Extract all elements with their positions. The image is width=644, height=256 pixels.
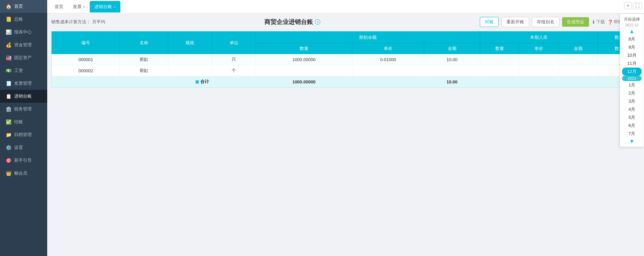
col-name: 名称 xyxy=(120,32,168,54)
total-open-price xyxy=(352,76,424,87)
total-open-amt: 10.00 xyxy=(424,76,480,87)
sidebar-item-member[interactable]: 👑 畅会员 xyxy=(0,167,47,180)
month-item-1[interactable]: 1月 xyxy=(620,81,644,89)
total-in-price xyxy=(519,76,559,87)
sidebar-item-purchase-sale[interactable]: 📋 进销台账 xyxy=(0,90,47,103)
salary-icon: 💵 xyxy=(5,68,11,73)
col-open-amt: 金额 xyxy=(424,44,480,54)
month-item-4[interactable]: 4月 xyxy=(620,105,644,113)
reopen-button[interactable]: 重新开账 xyxy=(501,17,529,27)
generate-voucher-button[interactable]: 生成凭证 xyxy=(562,17,589,27)
invoice-mgmt-icon: 🧾 xyxy=(5,81,11,86)
member-icon: 👑 xyxy=(5,171,11,176)
cell-in-qty xyxy=(480,54,519,65)
archive-icon: 📁 xyxy=(5,132,11,137)
duizhang-button[interactable]: 对账 xyxy=(480,17,499,27)
page-topbar: 销售成本计算方法： 月平均 商贸企业进销台账 i 对账 重新开账 存报别名 生成… xyxy=(51,17,640,27)
sidebar-item-settings[interactable]: ⚙️ 设置 xyxy=(0,141,47,154)
cell-unit: 只 xyxy=(212,54,256,65)
cell-open-qty xyxy=(256,65,352,76)
month-item-12[interactable]: 12月 xyxy=(622,68,642,76)
cell-open-price xyxy=(352,65,424,76)
month-item-2[interactable]: 2月 xyxy=(620,89,644,97)
cell-open-qty: 1000.00000 xyxy=(256,54,352,65)
tab-purchase-sale[interactable]: 进销台账 × xyxy=(90,1,120,12)
cell-unit: 个 xyxy=(212,65,256,76)
sidebar: 🏠 首页 📒 总账 📊 报表中心 💰 资金管理 🏭 固定资产 💵 工资 🧾 发票… xyxy=(0,0,47,256)
cell-in-price xyxy=(519,54,559,65)
main-area: × ⛶ 首页 发票 × 进销台账 × 销售成本计算方法： 月平均 商贸企业进销台… xyxy=(47,0,644,256)
sidebar-item-invoice-mgmt[interactable]: 🧾 发票管理 xyxy=(0,77,47,90)
purchase-sale-icon: 📋 xyxy=(5,94,11,99)
cell-open-amt: 10.00 xyxy=(424,54,480,65)
sidebar-item-closing[interactable]: ✅ 结账 xyxy=(0,116,47,128)
cost-method: 销售成本计算方法： 月平均 xyxy=(51,19,105,25)
help-icon: ❓ xyxy=(608,20,613,25)
total-icon: ▣ xyxy=(195,79,199,84)
month-panel: 月份选择 2022.12 ▲ 8月 9月 10月 11月 12月 2023 1月… xyxy=(620,14,644,147)
reports-icon: 📊 xyxy=(5,29,11,35)
table-row: 000002 前缸 个 xyxy=(52,65,640,76)
page-content: 销售成本计算方法： 月平均 商贸企业进销台账 i 对账 重新开账 存报别名 生成… xyxy=(47,14,644,256)
cell-in-price xyxy=(519,65,559,76)
col-in-amt: 金额 xyxy=(559,44,598,54)
month-item-6[interactable]: 6月 xyxy=(620,122,644,130)
month-item-5[interactable]: 5月 xyxy=(620,113,644,122)
cell-in-qty xyxy=(480,65,519,76)
total-unit-cell xyxy=(212,76,256,87)
assets-icon: 🏭 xyxy=(5,55,11,60)
month-panel-year-2022: 2022.12 xyxy=(625,23,639,28)
month-nav-up[interactable]: ▲ xyxy=(628,28,635,35)
guide-icon: 🎯 xyxy=(5,158,11,163)
total-open-qty: 1000.00000 xyxy=(256,76,352,87)
total-label-cell: ▣ 合计 xyxy=(52,76,212,87)
month-item-10[interactable]: 10月 xyxy=(620,51,644,59)
sidebar-item-funds[interactable]: 💰 资金管理 xyxy=(0,39,47,51)
month-item-8[interactable]: 8月 xyxy=(620,35,644,43)
closing-icon: ✅ xyxy=(5,119,11,125)
col-open-price: 单价 xyxy=(352,44,424,54)
month-item-9[interactable]: 9月 xyxy=(620,43,644,51)
cell-spec xyxy=(168,65,212,76)
month-item-7[interactable]: 7月 xyxy=(620,130,644,138)
cell-name: 前缸 xyxy=(120,54,168,65)
total-in-qty xyxy=(480,76,519,87)
tab-invoice[interactable]: 发票 × xyxy=(68,1,90,12)
sidebar-item-guide[interactable]: 🎯 新手引导 xyxy=(0,154,47,167)
cell-name: 前缸 xyxy=(120,65,168,76)
col-spec: 规格 xyxy=(168,32,212,54)
window-controls: × ⛶ xyxy=(622,0,644,11)
month-item-11[interactable]: 11月 xyxy=(620,59,644,68)
tab-home[interactable]: 首页 xyxy=(50,1,68,12)
year-badge-2023: 2023 xyxy=(622,76,642,81)
action-buttons: 对账 重新开账 存报别名 生成凭证 ⬇ 下载 ❓ 帮助 🔄 刷新 xyxy=(480,17,640,27)
close-window-button[interactable]: × xyxy=(624,2,632,9)
cell-spec xyxy=(168,54,212,65)
title-info-icon[interactable]: i xyxy=(315,19,320,25)
sidebar-item-salary[interactable]: 💵 工资 xyxy=(0,64,47,77)
sidebar-item-home[interactable]: 🏠 首页 xyxy=(0,0,47,13)
download-button[interactable]: ⬇ 下载 xyxy=(592,19,605,25)
sidebar-item-tax[interactable]: 🏛️ 税务管理 xyxy=(0,103,47,116)
month-item-3[interactable]: 3月 xyxy=(620,97,644,105)
expand-window-button[interactable]: ⛶ xyxy=(633,2,642,9)
sidebar-item-reports[interactable]: 📊 报表中心 xyxy=(0,26,47,39)
col-current-in: 本期入库 xyxy=(480,32,598,44)
cell-in-amt xyxy=(559,54,598,65)
funds-icon: 💰 xyxy=(5,42,11,48)
settings-icon: ⚙️ xyxy=(5,145,11,150)
tab-invoice-close[interactable]: × xyxy=(83,5,85,9)
month-panel-title: 月份选择 xyxy=(622,15,641,23)
month-nav-down[interactable]: ▼ xyxy=(628,138,635,145)
table-total-row: ▣ 合计 1000.00000 10.00 xyxy=(52,76,640,87)
cell-open-price: 0.01000 xyxy=(352,54,424,65)
sidebar-item-archive[interactable]: 📁 归档管理 xyxy=(0,128,47,141)
sidebar-item-ledger[interactable]: 📒 总账 xyxy=(0,13,47,26)
tax-icon: 🏛️ xyxy=(5,106,11,112)
cell-code: 000001 xyxy=(52,54,120,65)
save-alias-button[interactable]: 存报别名 xyxy=(532,17,559,27)
ledger-icon: 📒 xyxy=(5,17,11,22)
tab-purchase-sale-close[interactable]: × xyxy=(113,5,115,9)
col-open-qty: 数量 xyxy=(256,44,352,54)
sidebar-item-assets[interactable]: 🏭 固定资产 xyxy=(0,51,47,64)
